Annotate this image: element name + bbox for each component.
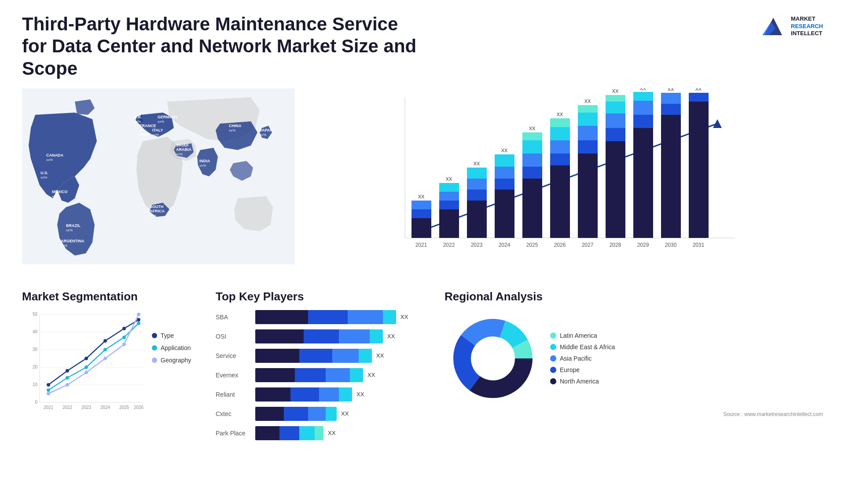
- player-name-parkplace: Park Place: [216, 430, 251, 437]
- player-xx-cxtec: XX: [341, 410, 349, 417]
- svg-rect-41: [411, 201, 431, 209]
- svg-rect-65: [522, 140, 542, 153]
- svg-rect-80: [578, 105, 598, 113]
- svg-text:xx%: xx%: [176, 152, 183, 156]
- svg-point-139: [103, 357, 107, 360]
- svg-text:XX: XX: [557, 112, 563, 117]
- svg-text:2026: 2026: [554, 242, 566, 248]
- player-xx-sba: XX: [400, 314, 408, 320]
- europe-dot: [550, 367, 556, 373]
- player-bar-cxtec: [255, 407, 337, 421]
- svg-text:GERMANY: GERMANY: [158, 115, 178, 119]
- svg-text:JAPAN: JAPAN: [260, 128, 273, 132]
- legend-europe: Europe: [550, 366, 615, 373]
- header: Third-Party Hardware Maintenance Service…: [22, 13, 823, 80]
- svg-text:2022: 2022: [443, 242, 455, 248]
- segmentation-section: Market Segmentation 0 10: [22, 290, 207, 491]
- regional-chart: Latin America Middle East & Africa Asia …: [445, 310, 823, 407]
- legend-asia: Asia Pacific: [550, 355, 615, 362]
- svg-rect-70: [550, 153, 570, 165]
- svg-text:ITALY: ITALY: [152, 128, 163, 132]
- regional-section: Regional Analysis: [445, 290, 823, 491]
- svg-text:SAUDI: SAUDI: [176, 143, 188, 147]
- svg-point-130: [47, 388, 50, 392]
- svg-text:FRANCE: FRANCE: [140, 124, 156, 128]
- regional-legend: Latin America Middle East & Africa Asia …: [550, 332, 615, 385]
- logo-area: MARKET RESEARCH INTELLECT: [760, 13, 823, 40]
- svg-rect-87: [606, 95, 625, 102]
- svg-text:2030: 2030: [665, 242, 677, 248]
- player-row-evernex: Evernex XX: [216, 368, 436, 382]
- donut-svg: [445, 310, 541, 407]
- page: Third-Party Hardware Maintenance Service…: [0, 0, 845, 504]
- svg-rect-77: [578, 140, 598, 153]
- player-xx-parkplace: XX: [328, 430, 335, 436]
- legend-latin: Latin America: [550, 332, 615, 339]
- player-name-cxtec: Cxtec: [216, 410, 251, 417]
- svg-text:2024: 2024: [499, 242, 511, 248]
- player-bar-parkplace: [255, 426, 323, 440]
- application-dot: [152, 345, 157, 351]
- page-title: Third-Party Hardware Maintenance Service…: [22, 13, 418, 80]
- svg-text:2028: 2028: [610, 242, 621, 248]
- svg-text:xx%: xx%: [229, 128, 235, 132]
- svg-point-136: [47, 392, 50, 395]
- svg-rect-51: [467, 190, 487, 201]
- player-row-service: Service XX: [216, 349, 436, 363]
- bar-chart-svg: XX 2021 XX 2022 XX 2023: [304, 88, 823, 264]
- svg-rect-57: [495, 179, 514, 190]
- geography-dot: [152, 358, 157, 363]
- svg-text:xx%: xx%: [40, 175, 47, 179]
- player-xx-reliant: XX: [356, 391, 364, 398]
- svg-text:xx%: xx%: [46, 158, 53, 162]
- type-dot: [152, 333, 157, 338]
- svg-point-129: [137, 318, 140, 321]
- svg-rect-86: [606, 102, 625, 113]
- key-players-section: Top Key Players SBA XX OSI: [216, 290, 436, 491]
- svg-text:xx%: xx%: [61, 244, 67, 248]
- svg-text:2026: 2026: [134, 405, 144, 410]
- player-name-sba: SBA: [216, 314, 251, 321]
- main-content: CANADA xx% U.S. xx% MEXICO xx% BRAZIL xx…: [22, 88, 823, 289]
- svg-text:2027: 2027: [582, 242, 594, 248]
- svg-rect-73: [550, 118, 570, 127]
- seg-legend-application: Application: [152, 344, 207, 351]
- svg-marker-38: [713, 119, 722, 128]
- svg-rect-97: [661, 104, 681, 115]
- svg-text:ARABIA: ARABIA: [176, 147, 191, 152]
- svg-rect-66: [522, 132, 542, 140]
- svg-rect-59: [495, 154, 514, 167]
- svg-rect-76: [578, 153, 598, 238]
- asia-dot: [550, 355, 556, 362]
- svg-point-140: [122, 343, 126, 346]
- svg-text:XX: XX: [529, 126, 536, 131]
- seg-type-label: Type: [161, 332, 174, 339]
- europe-label: Europe: [560, 366, 580, 373]
- svg-point-127: [103, 339, 107, 343]
- player-row-parkplace: Park Place XX: [216, 426, 436, 440]
- key-players-title: Top Key Players: [216, 290, 436, 303]
- svg-rect-91: [633, 115, 653, 128]
- legend-mea: Middle East & Africa: [550, 343, 615, 351]
- svg-text:40: 40: [33, 329, 38, 334]
- svg-text:xx%: xx%: [199, 164, 206, 168]
- player-row-reliant: Reliant XX: [216, 387, 436, 402]
- svg-rect-84: [606, 128, 625, 141]
- seg-legend-geography: Geography: [152, 357, 207, 364]
- svg-text:xx%: xx%: [152, 133, 159, 137]
- svg-rect-71: [550, 140, 570, 153]
- player-name-reliant: Reliant: [216, 391, 251, 398]
- player-bar-service: [255, 349, 372, 363]
- mea-label: Middle East & Africa: [560, 343, 615, 351]
- player-row-cxtec: Cxtec XX: [216, 407, 436, 421]
- source-text: Source : www.marketresearchintellect.com: [445, 411, 823, 417]
- svg-rect-58: [495, 167, 514, 179]
- svg-rect-83: [606, 141, 625, 238]
- svg-point-132: [84, 365, 88, 369]
- bottom-row: Market Segmentation 0 10: [22, 290, 823, 491]
- player-xx-service: XX: [376, 352, 384, 359]
- svg-point-131: [66, 376, 69, 380]
- na-dot: [550, 378, 556, 384]
- svg-text:xx%: xx%: [150, 214, 156, 218]
- svg-text:XX: XX: [474, 161, 480, 166]
